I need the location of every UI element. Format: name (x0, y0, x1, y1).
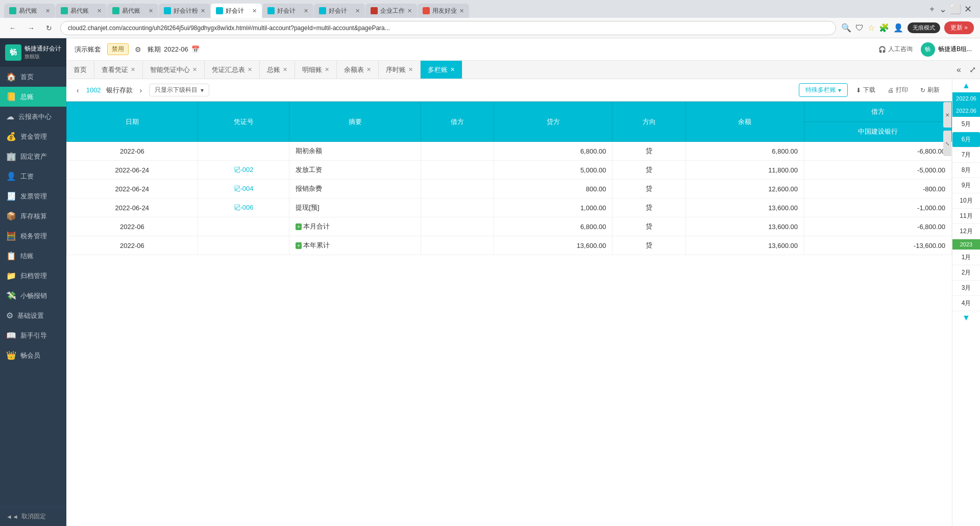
content-tab-close-7[interactable]: ✕ (408, 66, 413, 73)
content-tab-close-2[interactable]: ✕ (192, 66, 197, 73)
sidebar-item-7[interactable]: 📦库存核算 (0, 206, 66, 226)
scroll-down-btn[interactable]: ▼ (952, 311, 980, 324)
date-month-item[interactable]: 5月 (952, 117, 980, 132)
date-month-item[interactable]: 6月 (952, 132, 980, 147)
sidebar-item-14[interactable]: 👑畅会员 (0, 345, 66, 365)
print-btn[interactable]: 🖨 打印 (884, 84, 912, 96)
date-month-item[interactable]: 11月 (952, 209, 980, 224)
sidebar-item-5[interactable]: 👤工资 (0, 166, 66, 186)
sidebar-item-10[interactable]: 📁归档管理 (0, 266, 66, 286)
voucher-link[interactable]: 记-002 (234, 166, 254, 173)
new-tab-button[interactable]: + (925, 2, 939, 16)
consult-btn[interactable]: 🎧 人工咨询 (878, 45, 913, 54)
content-tab-0[interactable]: 首页 (66, 61, 94, 79)
tab-close-btn[interactable]: ✕ (407, 8, 412, 14)
date-month-item[interactable]: 2月 (952, 265, 980, 281)
voucher-link[interactable]: 记-006 (234, 204, 254, 211)
tab-close-btn[interactable]: ✕ (252, 8, 257, 14)
content-tab-8[interactable]: 多栏账 ✕ (421, 61, 462, 79)
content-tab-2[interactable]: 智能凭证中心 ✕ (143, 61, 205, 79)
download-btn[interactable]: ⬇ 下载 (852, 84, 879, 96)
content-tab-3[interactable]: 凭证汇总表 ✕ (205, 61, 260, 79)
browser-tab-6[interactable]: 好会计✕ (262, 4, 313, 18)
user-menu[interactable]: 畅 畅捷通B组... (921, 42, 972, 57)
date-month-item[interactable]: 3月 (952, 281, 980, 296)
unpin-button[interactable]: ◄◄ 取消固定 (0, 507, 66, 526)
tab-close-btn[interactable]: ✕ (149, 8, 153, 14)
minimize-btn[interactable]: ⌄ (939, 4, 947, 15)
content-tab-close-6[interactable]: ✕ (366, 66, 371, 73)
sidebar-item-2[interactable]: ☁云报表中心 (0, 107, 66, 127)
tab-close-btn[interactable]: ✕ (355, 8, 360, 14)
profile-icon[interactable]: 👤 (893, 23, 903, 33)
browser-tab-9[interactable]: 用友好业✕ (418, 4, 469, 18)
content-tab-5[interactable]: 明细账 ✕ (295, 61, 337, 79)
browser-tab-4[interactable]: 好会计粉✕ (159, 4, 210, 18)
search-icon[interactable]: 🔍 (841, 23, 851, 33)
tab-close-btn[interactable]: ✕ (304, 8, 308, 14)
date-panel-top2[interactable]: 2022.06 (952, 105, 980, 117)
sidebar-item-8[interactable]: 🧮税务管理 (0, 226, 66, 246)
content-tab-close-8[interactable]: ✕ (450, 66, 455, 73)
prev-account-btn[interactable]: ‹ (75, 85, 81, 95)
browser-tab-3[interactable]: 易代账✕ (107, 4, 158, 18)
browser-tab-7[interactable]: 好会计✕ (314, 4, 365, 18)
content-tab-close-4[interactable]: ✕ (283, 66, 287, 73)
filter-dropdown[interactable]: 只显示下级科目 ▾ (149, 84, 209, 96)
next-account-btn[interactable]: › (138, 85, 144, 95)
content-tab-close-1[interactable]: ✕ (131, 66, 135, 73)
address-input[interactable] (60, 21, 836, 35)
special-multi-ledger-btn[interactable]: 特殊多栏账 ▾ (799, 83, 848, 97)
tabs-collapse-btn[interactable]: « (952, 65, 965, 74)
settings-icon[interactable]: ⚙ (135, 45, 141, 54)
demo-tag[interactable]: 禁用 (107, 43, 129, 55)
sidebar-label-3: 资金管理 (20, 132, 47, 141)
sidebar-item-1[interactable]: 📒总账 (0, 87, 66, 107)
sidebar-item-11[interactable]: 💸小畅报销 (0, 286, 66, 306)
tab-close-btn[interactable]: ✕ (97, 8, 102, 14)
calendar-icon[interactable]: 📅 (191, 45, 200, 53)
forward-btn[interactable]: → (24, 22, 38, 34)
date-month-item[interactable]: 4月 (952, 296, 980, 311)
update-btn[interactable]: 更新 » (944, 21, 974, 34)
back-btn[interactable]: ← (6, 22, 19, 34)
star-icon[interactable]: ☆ (868, 23, 875, 33)
content-tab-1[interactable]: 查看凭证 ✕ (94, 61, 143, 79)
date-month-item[interactable]: 9月 (952, 178, 980, 193)
content-tab-close-5[interactable]: ✕ (325, 66, 329, 73)
content-tab-7[interactable]: 序时账 ✕ (379, 61, 421, 79)
sidebar-item-13[interactable]: 📖新手引导 (0, 325, 66, 345)
sidebar-item-6[interactable]: 🧾发票管理 (0, 186, 66, 206)
refresh-btn[interactable]: ↻ 刷新 (916, 84, 944, 96)
sidebar-item-9[interactable]: 📋结账 (0, 246, 66, 266)
restore-btn[interactable]: ⬜ (950, 4, 961, 15)
tab-close-btn[interactable]: ✕ (459, 8, 464, 14)
tabs-expand-btn[interactable]: ⤢ (965, 65, 980, 74)
date-panel-top1[interactable]: 2022.06 (952, 92, 980, 105)
browser-tab-5[interactable]: 好会计✕ (211, 4, 262, 18)
sidebar-item-12[interactable]: ⚙基础设置 (0, 306, 66, 325)
date-month-item[interactable]: 10月 (952, 193, 980, 209)
reload-btn[interactable]: ↻ (43, 22, 55, 34)
cell-date: 2022-06 (67, 236, 198, 255)
scroll-up-btn[interactable]: ▲ (952, 79, 980, 92)
close-btn[interactable]: ✕ (964, 4, 972, 15)
logo-title: 畅捷通好会计 (24, 45, 61, 53)
date-month-item[interactable]: 8月 (952, 163, 980, 178)
content-tab-4[interactable]: 总账 ✕ (260, 61, 295, 79)
sidebar-item-3[interactable]: 💰资金管理 (0, 127, 66, 146)
browser-tab-8[interactable]: 企业工作✕ (365, 4, 417, 18)
voucher-link[interactable]: 记-004 (234, 185, 254, 192)
browser-tab-1[interactable]: 易代账✕ (4, 4, 55, 18)
sidebar-item-0[interactable]: 🏠首页 (0, 67, 66, 87)
sidebar-item-4[interactable]: 🏢固定资产 (0, 146, 66, 166)
content-tab-close-3[interactable]: ✕ (248, 66, 252, 73)
date-month-item[interactable]: 1月 (952, 250, 980, 265)
content-tab-6[interactable]: 余额表 ✕ (337, 61, 379, 79)
tab-close-btn[interactable]: ✕ (201, 8, 205, 14)
incognito-btn[interactable]: 无痕模式 (908, 22, 940, 33)
date-month-item[interactable]: 7月 (952, 147, 980, 163)
browser-tab-2[interactable]: 易代账✕ (56, 4, 107, 18)
tab-close-btn[interactable]: ✕ (45, 8, 50, 14)
date-month-item[interactable]: 12月 (952, 224, 980, 239)
